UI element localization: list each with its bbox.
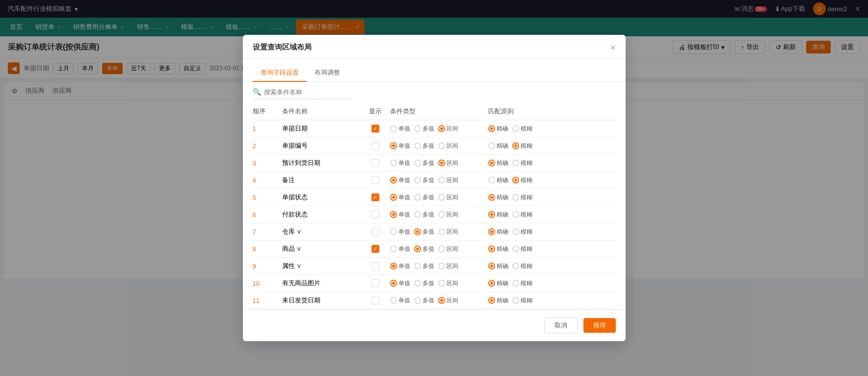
table-rows-container: 1单据日期单值多值区间精确模糊2单据编号单值多值区间精确模糊3预计到货日期单值多… [253, 120, 616, 283]
radio-circle [414, 125, 421, 132]
type-radio-3-0[interactable]: 单值 [390, 159, 410, 167]
order-number: 6 [253, 211, 256, 218]
row-show-10[interactable] [361, 279, 390, 283]
match-radio-8-1[interactable]: 模糊 [512, 245, 532, 253]
type-radio-3-2[interactable]: 区间 [438, 159, 458, 167]
dialog-close-btn[interactable]: × [610, 43, 616, 52]
checkbox-3[interactable] [371, 159, 379, 167]
type-radio-7-2[interactable]: 区间 [438, 228, 458, 236]
row-show-6[interactable] [361, 211, 390, 218]
type-radio-7-1[interactable]: 多值 [414, 228, 434, 236]
type-radio-7-0[interactable]: 单值 [390, 228, 410, 236]
radio-circle [390, 263, 397, 269]
match-radio-6-0[interactable]: 精确 [488, 211, 508, 219]
type-radio-8-1[interactable]: 多值 [414, 245, 434, 253]
match-radio-9-1[interactable]: 模糊 [512, 262, 532, 270]
match-radio-7-1[interactable]: 模糊 [512, 228, 532, 236]
type-radio-8-2[interactable]: 区间 [438, 245, 458, 253]
row-show-9[interactable] [361, 262, 390, 270]
row-name-8: 商品 ∨ [282, 244, 361, 253]
row-show-5[interactable] [361, 193, 390, 201]
match-radio-5-0[interactable]: 精确 [488, 193, 508, 202]
table-row: 6付款状态单值多值区间精确模糊 [253, 206, 616, 223]
radio-label: 区间 [447, 211, 458, 219]
radio-label: 单值 [398, 228, 410, 236]
row-show-3[interactable] [361, 159, 390, 167]
checkbox-4[interactable] [371, 176, 379, 184]
type-radio-10-1[interactable]: 多值 [414, 279, 434, 283]
radio-label: 单值 [398, 262, 410, 270]
type-radio-10-0[interactable]: 单值 [390, 279, 410, 283]
type-radio-4-1[interactable]: 多值 [414, 176, 434, 185]
match-radio-8-0[interactable]: 精确 [488, 245, 508, 253]
dialog-tabs: 查询字段设置 布局调整 [243, 58, 626, 82]
match-radio-2-0[interactable]: 精确 [488, 142, 508, 150]
row-match-10: 精确模糊 [488, 279, 586, 283]
type-radio-9-1[interactable]: 多值 [414, 262, 434, 270]
type-radio-6-1[interactable]: 多值 [414, 211, 434, 219]
type-radio-10-2[interactable]: 区间 [438, 279, 458, 283]
type-radio-4-0[interactable]: 单值 [390, 176, 410, 185]
dialog-tab-fields[interactable]: 查询字段设置 [253, 64, 307, 82]
match-radio-4-1[interactable]: 模糊 [512, 176, 532, 185]
type-radio-4-2[interactable]: 区间 [438, 176, 458, 185]
row-match-8: 精确模糊 [488, 245, 586, 253]
radio-label: 单值 [398, 125, 410, 133]
type-radio-5-2[interactable]: 区间 [438, 193, 458, 202]
type-radio-6-2[interactable]: 区间 [438, 211, 458, 219]
checkbox-1[interactable] [371, 125, 379, 133]
match-radio-7-0[interactable]: 精确 [488, 228, 508, 236]
row-show-1[interactable] [361, 125, 390, 133]
checkbox-8[interactable] [371, 245, 379, 253]
type-radio-2-1[interactable]: 多值 [414, 142, 434, 150]
type-radio-1-2[interactable]: 区间 [438, 125, 458, 133]
match-radio-1-1[interactable]: 模糊 [512, 125, 532, 133]
radio-label: 模糊 [521, 245, 532, 253]
type-radio-5-0[interactable]: 单值 [390, 193, 410, 202]
match-radio-10-0[interactable]: 精确 [488, 279, 508, 283]
settings-dialog: 设置查询区域布局 × 查询字段设置 布局调整 🔍 顺序 条件名称 [243, 35, 626, 283]
row-match-1: 精确模糊 [488, 125, 586, 133]
match-radio-1-0[interactable]: 精确 [488, 125, 508, 133]
checkbox-9[interactable] [371, 262, 379, 270]
type-radio-3-1[interactable]: 多值 [414, 159, 434, 167]
type-radio-8-0[interactable]: 单值 [390, 245, 410, 253]
type-radio-2-2[interactable]: 区间 [438, 142, 458, 150]
match-radio-9-0[interactable]: 精确 [488, 262, 508, 270]
row-name-4: 备注 [282, 176, 361, 185]
match-radio-6-1[interactable]: 模糊 [512, 211, 532, 219]
match-radio-3-0[interactable]: 精确 [488, 159, 508, 167]
type-radio-1-0[interactable]: 单值 [390, 125, 410, 133]
type-radio-6-0[interactable]: 单值 [390, 211, 410, 219]
match-radio-10-1[interactable]: 模糊 [512, 279, 532, 283]
type-radio-2-0[interactable]: 单值 [390, 142, 410, 150]
type-radio-1-1[interactable]: 多值 [414, 125, 434, 133]
radio-label: 单值 [398, 176, 410, 185]
radio-circle [512, 280, 519, 283]
match-radio-2-1[interactable]: 模糊 [512, 142, 532, 150]
row-name-9: 属性 ∨ [282, 262, 361, 270]
row-show-8[interactable] [361, 245, 390, 253]
checkbox-2[interactable] [371, 142, 379, 150]
radio-circle [512, 263, 519, 269]
checkbox-10[interactable] [371, 279, 379, 283]
type-radio-5-1[interactable]: 多值 [414, 193, 434, 202]
checkbox-6[interactable] [371, 211, 379, 218]
radio-circle [512, 125, 519, 132]
radio-label: 模糊 [521, 211, 532, 219]
search-input[interactable] [264, 88, 342, 96]
row-show-4[interactable] [361, 176, 390, 184]
row-show-7[interactable] [361, 228, 390, 236]
match-radio-3-1[interactable]: 模糊 [512, 159, 532, 167]
type-radio-9-2[interactable]: 区间 [438, 262, 458, 270]
row-show-2[interactable] [361, 142, 390, 150]
radio-label: 模糊 [521, 159, 532, 167]
checkbox-5[interactable] [371, 193, 379, 201]
match-radio-4-0[interactable]: 精确 [488, 176, 508, 185]
dialog-tab-layout[interactable]: 布局调整 [307, 64, 348, 82]
radio-circle [414, 245, 421, 252]
type-radio-9-0[interactable]: 单值 [390, 262, 410, 270]
radio-label: 多值 [422, 262, 434, 270]
match-radio-5-1[interactable]: 模糊 [512, 193, 532, 202]
checkbox-7[interactable] [371, 228, 379, 236]
